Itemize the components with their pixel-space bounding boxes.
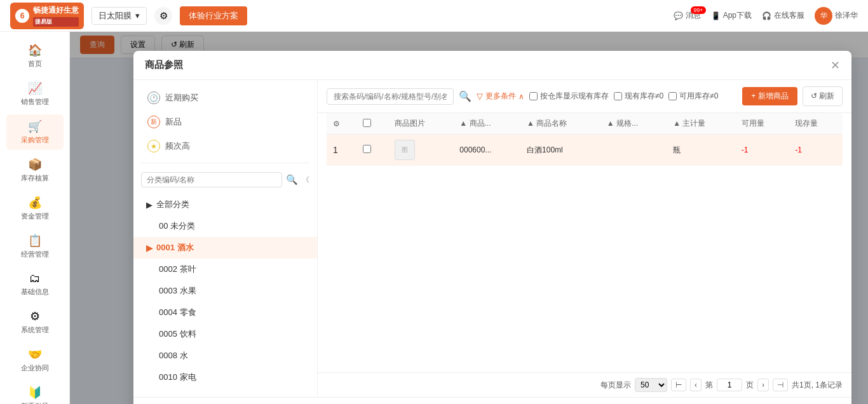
col-spec[interactable]: ▲ 规格... bbox=[600, 113, 667, 135]
col-gear: ⚙ bbox=[327, 113, 356, 135]
main-layout: 🏠 首页 📈 销售管理 🛒 采购管理 📦 库存核算 💰 资金管理 📋 经营管理 … bbox=[0, 32, 868, 404]
table-row[interactable]: 1 图 000600... 白酒100ml 瓶 -1 bbox=[327, 135, 843, 166]
total-info: 共1页, 1条记录 bbox=[792, 380, 843, 391]
sidebar-item-basic[interactable]: 🗂 基础信息 bbox=[6, 267, 64, 302]
stock-ne0-input[interactable] bbox=[614, 92, 622, 100]
category-item-liquor[interactable]: ▶ 0001 酒水 bbox=[133, 237, 317, 259]
col-code[interactable]: ▲ 商品... bbox=[453, 113, 520, 135]
per-page-select[interactable]: 50 100 bbox=[635, 378, 667, 392]
sidebar: 🏠 首页 📈 销售管理 🛒 采购管理 📦 库存核算 💰 资金管理 📋 经营管理 … bbox=[0, 32, 70, 404]
sidebar-item-enterprise[interactable]: 🤝 企业协同 bbox=[6, 342, 64, 378]
sidebar-item-system[interactable]: ⚙ 系统管理 bbox=[6, 304, 64, 340]
col-image: 商品图片 bbox=[388, 113, 454, 135]
product-thumbnail: 图 bbox=[395, 140, 415, 160]
settings-icon[interactable]: ⚙ bbox=[333, 119, 340, 128]
sidebar-item-inventory[interactable]: 📦 库存核算 bbox=[6, 152, 64, 188]
row-select-checkbox[interactable] bbox=[363, 145, 371, 153]
row-name: 白酒100ml bbox=[520, 135, 600, 166]
col-checkbox bbox=[356, 113, 388, 135]
category-item-beverage[interactable]: 0005 饮料 bbox=[133, 323, 317, 345]
row-available: -1 bbox=[735, 135, 789, 166]
enterprise-icon: 🤝 bbox=[28, 347, 42, 361]
warehouse-checkbox-input[interactable] bbox=[529, 92, 538, 100]
sidebar-item-operations[interactable]: 📋 经营管理 bbox=[6, 229, 64, 264]
phone-icon: 📱 bbox=[711, 11, 721, 20]
message-icon: 💬 bbox=[674, 11, 683, 20]
table-body: 1 图 000600... 白酒100ml 瓶 -1 bbox=[327, 135, 843, 166]
product-search-button[interactable]: 🔍 bbox=[459, 90, 471, 102]
category-item-water[interactable]: 0008 水 bbox=[133, 345, 317, 367]
app-download-item[interactable]: 📱 App下载 bbox=[711, 10, 752, 21]
operations-icon: 📋 bbox=[28, 234, 42, 248]
finance-icon: 💰 bbox=[28, 196, 42, 210]
row-code: 000600... bbox=[453, 135, 520, 166]
tab-recent-purchase[interactable]: 🕐 近期购买 bbox=[141, 86, 309, 109]
pagination-row: 每页显示 50 100 ⊢ ‹ 第 页 › ⊣ 共1页, 1条记录 bbox=[318, 372, 851, 397]
sidebar-item-purchase[interactable]: 🛒 采购管理 bbox=[6, 114, 64, 150]
col-stock: 现存量 bbox=[789, 113, 843, 135]
expand-icon: ▶ bbox=[146, 200, 153, 210]
dialog-body: 🕐 近期购买 新 新品 ★ 频次高 bbox=[133, 80, 851, 397]
category-search-icon[interactable]: 🔍 bbox=[286, 174, 298, 185]
select-all-checkbox[interactable] bbox=[363, 119, 371, 127]
category-item-appliance[interactable]: 0010 家电 bbox=[133, 367, 317, 388]
first-page-button[interactable]: ⊢ bbox=[671, 379, 686, 391]
refresh-button[interactable]: ↺ 刷新 bbox=[803, 86, 843, 106]
category-item-fruit[interactable]: 0003 水果 bbox=[133, 280, 317, 302]
product-table-area: ⚙ 商品图片 ▲ 商品... ▲ 商品名称 bbox=[318, 113, 851, 372]
sales-icon: 📈 bbox=[28, 81, 42, 95]
inventory-icon: 📦 bbox=[28, 158, 42, 172]
add-product-button[interactable]: + 新增商品 bbox=[742, 87, 797, 105]
category-item-all[interactable]: ▶ 全部分类 bbox=[133, 194, 317, 215]
row-unit: 瓶 bbox=[667, 135, 735, 166]
filter-button[interactable]: ▽ 更多条件 ∧ bbox=[477, 91, 524, 102]
row-gear: 1 bbox=[327, 135, 356, 166]
last-page-button[interactable]: ⊣ bbox=[773, 379, 788, 391]
stock-ne0-checkbox[interactable]: 现有库存≠0 bbox=[614, 91, 663, 102]
settings-icon[interactable]: ⚙ bbox=[154, 7, 172, 25]
usable-ne0-checkbox[interactable]: 可用库存≠0 bbox=[668, 91, 718, 102]
dialog-close-button[interactable]: ✕ bbox=[831, 58, 840, 72]
dialog-title: 商品参照 bbox=[145, 59, 183, 71]
divider bbox=[141, 163, 309, 163]
dialog-header: 商品参照 ✕ bbox=[133, 51, 851, 80]
cta-button[interactable]: 体验行业方案 bbox=[180, 6, 247, 25]
star-icon: ★ bbox=[147, 140, 160, 152]
sidebar-item-guide[interactable]: 🔰 新手引导 bbox=[6, 380, 64, 404]
category-item-snack[interactable]: 0004 零食 bbox=[133, 302, 317, 323]
category-search-row: 🔍 《 bbox=[133, 168, 317, 191]
chevron-down-icon: ▾ bbox=[135, 11, 140, 20]
product-search-input[interactable] bbox=[327, 88, 454, 105]
messages-item[interactable]: 💬 消息 99+ bbox=[674, 10, 701, 21]
sidebar-item-finance[interactable]: 💰 资金管理 bbox=[6, 191, 64, 226]
category-item-tea[interactable]: 0002 茶叶 bbox=[133, 259, 317, 280]
tab-new-products[interactable]: 新 新品 bbox=[141, 111, 309, 133]
col-unit[interactable]: ▲ 主计量 bbox=[667, 113, 735, 135]
category-search-input[interactable] bbox=[141, 172, 282, 187]
logo-icon: 6 bbox=[15, 9, 29, 23]
col-name[interactable]: ▲ 商品名称 bbox=[520, 113, 600, 135]
sidebar-item-sales[interactable]: 📈 销售管理 bbox=[6, 76, 64, 112]
sidebar-item-home[interactable]: 🏠 首页 bbox=[6, 38, 64, 74]
service-item[interactable]: 🎧 在线客服 bbox=[762, 10, 804, 21]
tab-frequent[interactable]: ★ 频次高 bbox=[141, 135, 309, 158]
row-image: 图 bbox=[388, 135, 454, 166]
company-dropdown[interactable]: 日太阳膜 ▾ bbox=[92, 7, 147, 25]
table-header: ⚙ 商品图片 ▲ 商品... ▲ 商品名称 bbox=[327, 113, 843, 135]
dialog-footer: 显示停用 ? 🛒 连续选择的商品 0 ∧ 取消 确定 bbox=[133, 397, 851, 404]
page-number-input[interactable] bbox=[717, 379, 742, 391]
guide-icon: 🔰 bbox=[28, 386, 42, 400]
system-icon: ⚙ bbox=[30, 309, 40, 323]
user-avatar[interactable]: 华 徐泽华 bbox=[815, 7, 858, 25]
row-stock: -1 bbox=[789, 135, 843, 166]
collapse-icon[interactable]: 《 bbox=[302, 175, 309, 185]
content-area: 查询 设置 ↺ 刷新 商品参照 ✕ 🕐 近期购买 bbox=[70, 32, 868, 404]
prev-page-button[interactable]: ‹ bbox=[690, 379, 702, 391]
usable-ne0-input[interactable] bbox=[668, 92, 677, 100]
logo: 6 畅捷通好生意 捷易版 bbox=[10, 3, 84, 29]
category-item-uncategorized[interactable]: 00 未分类 bbox=[133, 215, 317, 237]
warehouse-display-checkbox[interactable]: 按仓库显示现有库存 bbox=[529, 91, 609, 102]
next-page-button[interactable]: › bbox=[757, 379, 769, 391]
headset-icon: 🎧 bbox=[762, 11, 771, 20]
messages-badge: 99+ bbox=[691, 6, 705, 14]
